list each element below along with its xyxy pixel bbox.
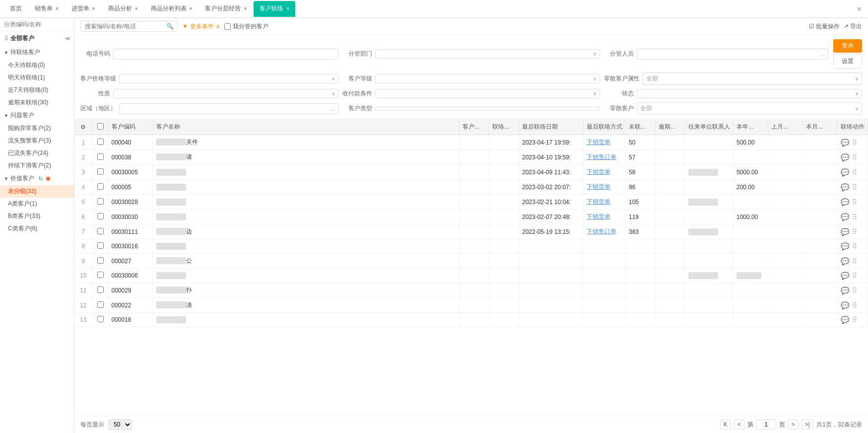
- more-action-icon[interactable]: ⠿: [852, 183, 857, 191]
- row-checkbox[interactable]: [97, 198, 104, 205]
- customer-level-select[interactable]: ∨: [375, 74, 601, 83]
- check-all-checkbox[interactable]: [97, 123, 104, 130]
- method-link[interactable]: 下销售订单: [587, 228, 616, 235]
- query-button[interactable]: 查询: [833, 39, 862, 53]
- more-action-icon[interactable]: ⠿: [852, 257, 857, 265]
- row-check[interactable]: [92, 313, 108, 327]
- more-action-icon[interactable]: ⠿: [852, 301, 857, 309]
- sidebar-item-tomorrow-pending[interactable]: 明天待联络(1): [0, 72, 74, 84]
- contact-action-icon[interactable]: 💬: [841, 316, 849, 324]
- tab-purchase[interactable]: 进货单 ×: [66, 1, 101, 17]
- more-conditions-btn[interactable]: ▼ 更多条件 ∧: [182, 22, 220, 31]
- last-page-btn[interactable]: >|: [801, 420, 813, 430]
- contact-action-icon[interactable]: 💬: [841, 242, 849, 250]
- more-action-icon[interactable]: ⠿: [852, 316, 857, 324]
- row-checkbox[interactable]: [97, 213, 104, 219]
- category-search-input[interactable]: [4, 21, 74, 28]
- refresh-icon[interactable]: ↻: [38, 175, 43, 182]
- method-link[interactable]: 下销货单: [587, 168, 610, 175]
- tab-customer-tier-close[interactable]: ×: [244, 6, 247, 11]
- tab-sales[interactable]: 销售单 ×: [29, 1, 65, 17]
- prev-page-btn[interactable]: <: [734, 420, 744, 430]
- row-checkbox[interactable]: [97, 183, 104, 190]
- tab-customer-contact-close[interactable]: ×: [286, 6, 289, 11]
- row-checkbox[interactable]: [97, 242, 104, 249]
- row-check[interactable]: [92, 195, 108, 210]
- row-check[interactable]: [92, 254, 108, 269]
- more-action-icon[interactable]: ⠿: [852, 139, 857, 146]
- collapse-icon[interactable]: ≪: [65, 36, 70, 41]
- retail-customer-select[interactable]: 全部 ∨: [637, 102, 862, 115]
- contact-action-icon[interactable]: 💬: [841, 287, 849, 294]
- contact-action-icon[interactable]: 💬: [841, 168, 849, 176]
- row-checkbox[interactable]: [97, 316, 104, 322]
- sidebar-item-7day-pending[interactable]: 近7天待联络(0): [0, 84, 74, 96]
- sidebar-item-class-c[interactable]: C类客户(6): [0, 222, 74, 235]
- phone-input[interactable]: [113, 49, 338, 60]
- contact-action-icon[interactable]: 💬: [841, 301, 849, 309]
- problem-section-title[interactable]: ▼ 问题客户: [0, 109, 74, 122]
- more-action-icon[interactable]: ⠿: [852, 228, 857, 236]
- row-checkbox[interactable]: [97, 168, 104, 175]
- contact-action-icon[interactable]: 💬: [841, 183, 849, 191]
- next-page-btn[interactable]: >: [788, 420, 799, 430]
- my-customers-checkbox[interactable]: [224, 23, 231, 30]
- search-input[interactable]: [85, 23, 164, 30]
- row-checkbox[interactable]: [97, 272, 104, 278]
- row-check[interactable]: [92, 269, 108, 283]
- payment-select[interactable]: ∨: [375, 89, 601, 98]
- contact-action-icon[interactable]: 💬: [841, 139, 849, 146]
- contact-action-icon[interactable]: 💬: [841, 198, 849, 206]
- batch-op-btn[interactable]: ☑ 批量操作: [809, 22, 840, 31]
- sidebar-item-ungrouped[interactable]: 未分组(32): [0, 185, 74, 198]
- method-link[interactable]: 下销售订单: [587, 153, 616, 160]
- more-action-icon[interactable]: ⠿: [852, 153, 857, 161]
- nature-select[interactable]: ∨: [113, 89, 338, 98]
- contact-action-icon[interactable]: 💬: [841, 153, 849, 161]
- tab-purchase-close[interactable]: ×: [92, 6, 95, 11]
- row-check[interactable]: [92, 165, 108, 180]
- tab-sales-close[interactable]: ×: [56, 6, 59, 11]
- manager-select[interactable]: ...: [637, 49, 828, 60]
- row-checkbox[interactable]: [97, 257, 104, 264]
- row-check[interactable]: [92, 283, 108, 298]
- method-link[interactable]: 下销货单: [587, 183, 610, 190]
- first-page-btn[interactable]: K: [720, 420, 731, 430]
- row-check[interactable]: [92, 239, 108, 254]
- per-page-select[interactable]: 50: [108, 419, 132, 430]
- ellipsis-icon[interactable]: ...: [820, 51, 825, 58]
- row-checkbox[interactable]: [97, 287, 104, 293]
- reset-button[interactable]: 设置: [833, 54, 862, 69]
- method-link[interactable]: 下销货单: [587, 139, 610, 145]
- score-section-title[interactable]: ▼ 价值客户 ↻: [0, 172, 74, 185]
- row-check[interactable]: [92, 135, 108, 150]
- sidebar-item-overdue-pending[interactable]: 逾期未联络(30): [0, 96, 74, 109]
- status-select[interactable]: ∨: [637, 89, 862, 98]
- row-checkbox[interactable]: [97, 139, 104, 145]
- export-btn[interactable]: ↗ 导出: [844, 22, 862, 31]
- row-check[interactable]: [92, 224, 108, 239]
- my-customers-checkbox-label[interactable]: 我分管的客户: [224, 22, 268, 31]
- sidebar-item-declining[interactable]: 持续下滑客户(2): [0, 159, 74, 172]
- row-check[interactable]: [92, 150, 108, 165]
- region-ellipsis-icon[interactable]: ...: [330, 105, 335, 112]
- row-checkbox[interactable]: [97, 153, 104, 160]
- sidebar-item-class-a[interactable]: A类客户(1): [0, 198, 74, 210]
- tab-analysis[interactable]: 商品分析 ×: [102, 1, 144, 17]
- settings-th[interactable]: ⚙: [74, 119, 92, 135]
- contact-action-icon[interactable]: 💬: [841, 272, 849, 280]
- more-action-icon[interactable]: ⠿: [852, 168, 857, 176]
- row-check[interactable]: [92, 210, 108, 224]
- tab-customer-contact[interactable]: 客户联络 ×: [254, 1, 295, 17]
- search-icon[interactable]: 🔍: [166, 23, 174, 30]
- more-action-icon[interactable]: ⠿: [852, 242, 857, 250]
- row-checkbox[interactable]: [97, 228, 104, 234]
- more-action-icon[interactable]: ⠿: [852, 198, 857, 206]
- contact-action-icon[interactable]: 💬: [841, 228, 849, 236]
- method-link[interactable]: 下销货单: [587, 198, 610, 205]
- pending-section-title[interactable]: ▼ 待联络客户: [0, 46, 74, 59]
- method-link[interactable]: 下销货单: [587, 213, 610, 220]
- contact-action-icon[interactable]: 💬: [841, 257, 849, 265]
- all-customers-header[interactable]: ⠿ 全部客户 ≪: [0, 31, 74, 46]
- tab-analysis-close[interactable]: ×: [135, 6, 138, 11]
